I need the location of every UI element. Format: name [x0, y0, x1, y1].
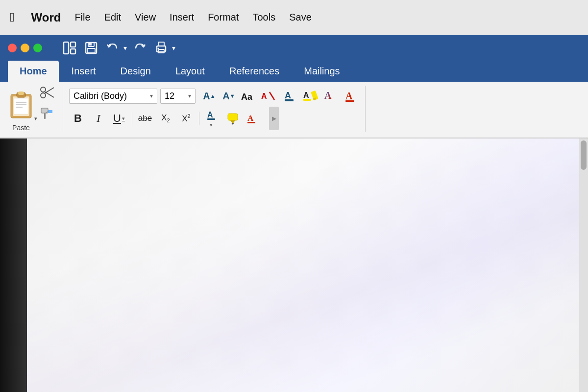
minimize-button[interactable]: [21, 44, 29, 52]
format-painter-icon[interactable]: [39, 106, 55, 122]
font-group: Calibri (Body) ▾ 12 ▾ A▲: [65, 86, 366, 132]
font-family-dropdown-arrow: ▾: [150, 92, 153, 99]
save-icon[interactable]: [82, 39, 100, 57]
grow-font-button[interactable]: A▲: [200, 87, 218, 105]
menubar-format[interactable]: Format: [208, 12, 239, 23]
left-panel: [0, 138, 27, 392]
paste-label: Paste: [12, 124, 30, 132]
text-color-red-button[interactable]: A: [245, 111, 262, 126]
menubar-insert[interactable]: Insert: [170, 12, 194, 23]
tab-layout[interactable]: Layout: [164, 61, 217, 82]
text-color-button[interactable]: A ▾: [203, 108, 221, 129]
scrollbar[interactable]: [579, 138, 588, 392]
svg-point-20: [41, 87, 46, 92]
paste-icon[interactable]: ▾: [8, 90, 34, 122]
svg-marker-43: [231, 123, 234, 125]
clipboard-group: ▾ Paste: [6, 86, 63, 132]
svg-rect-2: [71, 49, 75, 54]
text-highlight-icon[interactable]: A: [302, 87, 320, 105]
svg-rect-0: [64, 42, 69, 54]
font-color-icon[interactable]: A: [282, 88, 299, 104]
svg-rect-45: [247, 122, 255, 123]
font-size-selector[interactable]: 12 ▾: [160, 89, 196, 104]
svg-rect-25: [48, 110, 52, 113]
underline-button[interactable]: U ▾: [110, 110, 128, 127]
italic-button[interactable]: I: [90, 110, 107, 127]
svg-text:A: A: [247, 114, 254, 123]
tab-design[interactable]: Design: [109, 61, 163, 82]
svg-text:A: A: [345, 91, 353, 101]
svg-line-29: [270, 92, 274, 100]
svg-rect-38: [345, 100, 354, 102]
strikethrough-button[interactable]: abe: [136, 110, 154, 127]
svg-text:Aa: Aa: [241, 92, 253, 102]
font-size-dropdown-arrow: ▾: [188, 92, 191, 99]
format-divider-2: [199, 112, 199, 125]
svg-text:A: A: [303, 91, 309, 99]
svg-rect-1: [71, 42, 75, 47]
menubar-view[interactable]: View: [135, 12, 156, 23]
menubar-tools[interactable]: Tools: [252, 12, 275, 23]
font-family-selector[interactable]: Calibri (Body) ▾: [69, 89, 157, 104]
toolbar-icons: ▾ ▾: [61, 39, 175, 57]
format-divider: [132, 112, 132, 125]
superscript-button[interactable]: X2: [177, 110, 195, 127]
bold-button[interactable]: B: [69, 110, 87, 127]
print-icon[interactable]: [152, 39, 170, 57]
shrink-font-button[interactable]: A▼: [220, 87, 238, 105]
svg-text:A: A: [285, 91, 291, 100]
menubar-save[interactable]: Save: [289, 12, 312, 23]
menubar-edit[interactable]: Edit: [104, 12, 121, 23]
svg-rect-14: [18, 92, 24, 95]
ribbon-container: ▾ ▾: [0, 35, 588, 138]
svg-rect-24: [44, 113, 46, 119]
maximize-button[interactable]: [33, 44, 42, 52]
svg-point-10: [158, 48, 159, 49]
menubar-word[interactable]: Word: [31, 11, 61, 24]
close-button[interactable]: [8, 44, 17, 52]
clear-formatting-button[interactable]: A: [259, 87, 277, 105]
tab-mailings[interactable]: Mailings: [292, 61, 351, 82]
scrollbar-thumb[interactable]: [581, 140, 587, 170]
svg-rect-15: [14, 98, 28, 114]
svg-text:A: A: [207, 111, 213, 119]
overlay: [27, 138, 579, 392]
change-case-button[interactable]: Aa: [240, 87, 257, 105]
svg-text:A: A: [324, 90, 332, 101]
svg-rect-31: [285, 99, 294, 101]
svg-line-22: [45, 92, 54, 97]
svg-point-19: [41, 93, 46, 98]
document-page[interactable]: [27, 138, 579, 392]
svg-rect-33: [303, 99, 311, 101]
svg-rect-41: [228, 114, 238, 120]
font-row-1: Calibri (Body) ▾ 12 ▾ A▲: [69, 87, 361, 105]
svg-line-21: [45, 88, 54, 93]
svg-rect-5: [87, 48, 95, 53]
window-controls-row: ▾ ▾: [0, 35, 588, 61]
ribbon-content: ▾ Paste: [0, 82, 588, 138]
svg-rect-40: [207, 118, 215, 120]
mac-menubar:  Word File Edit View Insert Format Tool…: [0, 0, 588, 35]
apple-logo-icon[interactable]: : [10, 10, 15, 25]
menubar-file[interactable]: File: [74, 12, 90, 23]
undo-icon[interactable]: [104, 39, 122, 57]
document-area: [0, 138, 588, 392]
svg-text:A: A: [261, 92, 267, 100]
scissors-icon[interactable]: [39, 86, 55, 101]
highlight-button[interactable]: [224, 111, 242, 126]
scroll-right-indicator[interactable]: ▶: [269, 107, 279, 130]
screen:  Word File Edit View Insert Format Tool…: [0, 0, 588, 392]
text-effects-icon[interactable]: A: [323, 87, 341, 105]
svg-rect-6: [89, 43, 92, 46]
ribbon-tabs: Home Insert Design Layout References Mai…: [0, 61, 588, 82]
subscript-button[interactable]: X2: [157, 110, 174, 127]
redo-icon[interactable]: [131, 39, 148, 57]
traffic-lights: [8, 44, 42, 52]
tab-references[interactable]: References: [218, 61, 291, 82]
tab-home[interactable]: Home: [8, 61, 59, 82]
font-size-controls: A▲ A▼ Aa: [200, 87, 277, 105]
layout-icon[interactable]: [61, 39, 78, 57]
format-row: B I U ▾ abe: [69, 107, 361, 130]
tab-insert[interactable]: Insert: [60, 61, 108, 82]
font-color-red-icon[interactable]: A: [343, 87, 361, 105]
